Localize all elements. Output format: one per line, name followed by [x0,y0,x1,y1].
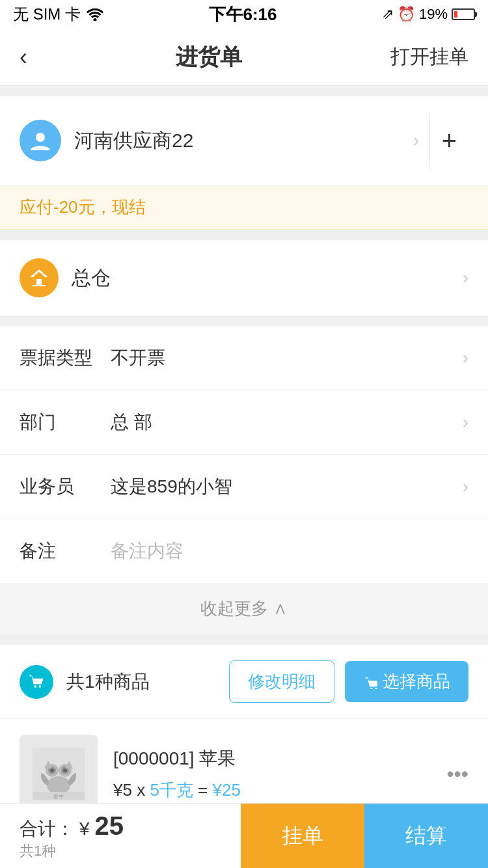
status-bar: 无 SIM 卡 下午6:16 ⇗ ⏰ 19% [0,0,488,29]
notice-bar: 应付-20元，现结 [0,185,488,230]
select-product-icon [363,675,377,689]
supplier-row[interactable]: 河南供应商22 › + [0,96,488,185]
remark-input[interactable]: 备注内容 [111,539,468,563]
svg-text:督牛: 督牛 [53,794,64,800]
products-section: 共1种商品 修改明细 选择商品 [0,645,488,828]
total-currency: ¥ [79,819,90,839]
section-gap-3 [0,316,488,326]
cart-icon [27,673,46,691]
remark-row[interactable]: 备注 备注内容 [0,519,488,583]
select-product-label: 选择商品 [383,670,450,693]
total-label: 合计： [20,817,74,841]
product-title: 苹果 [199,748,236,768]
remark-label: 备注 [20,539,111,563]
more-dots-icon: ••• [446,762,468,786]
invoice-type-value: 不开票 [111,346,463,370]
salesperson-label: 业务员 [20,474,111,499]
supplier-section: 河南供应商22 › + 应付-20元，现结 [0,96,488,230]
product-quantity: 5千克 [150,780,193,800]
edit-detail-button[interactable]: 修改明细 [229,660,334,703]
section-gap-2 [0,230,488,240]
warehouse-row[interactable]: 总仓 › [0,240,488,316]
products-count-label: 共1种商品 [66,670,229,694]
section-gap-1 [0,86,488,96]
select-product-button[interactable]: 选择商品 [345,661,468,702]
product-more-button[interactable]: ••• [429,762,468,786]
invoice-type-chevron-icon: › [463,347,468,368]
hang-order-button[interactable]: 挂单 [241,804,364,869]
svg-point-12 [47,776,70,794]
warehouse-section: 总仓 › [0,240,488,316]
product-multiply: x [137,780,150,800]
product-equals: = [198,780,212,800]
department-label: 部门 [20,410,111,435]
form-section: 票据类型 不开票 › 部门 总 部 › 业务员 这是859的小智 › 备注 备注… [0,326,488,583]
bottom-bar: 合计： ¥ 25 共1种 挂单 结算 [0,803,488,868]
product-thumbnail: 督牛 [20,735,98,813]
svg-point-0 [36,133,45,142]
supplier-name: 河南供应商22 [74,128,413,154]
product-image-placeholder: 督牛 [33,748,85,800]
wifi-icon [86,8,104,21]
status-bar-left: 无 SIM 卡 [13,4,104,25]
invoice-type-label: 票据类型 [20,346,111,370]
products-header: 共1种商品 修改明细 选择商品 [0,645,488,718]
product-info: [0000001] 苹果 ¥5 x 5千克 = ¥25 [113,746,429,802]
products-icon [20,665,53,699]
supplier-avatar [20,120,61,161]
total-amount: 25 [95,811,124,841]
department-row[interactable]: 部门 总 部 › [0,390,488,454]
total-sub: 共1种 [20,841,221,861]
invoice-type-row[interactable]: 票据类型 不开票 › [0,326,488,390]
settle-button[interactable]: 结算 [364,804,488,869]
battery-indicator [452,8,475,20]
svg-point-8 [63,768,67,772]
salesperson-chevron-icon: › [463,476,468,497]
warehouse-icon [20,258,59,297]
battery-percent: 19% [419,6,448,23]
salesperson-row[interactable]: 业务员 这是859的小智 › [0,454,488,519]
department-chevron-icon: › [463,412,468,433]
product-total: ¥25 [213,780,241,800]
back-button[interactable]: ‹ [20,44,27,71]
nav-bar: ‹ 进货单 打开挂单 [0,29,488,86]
product-name: [0000001] 苹果 [113,746,429,771]
person-icon [29,129,52,152]
chevron-right-icon: › [413,130,419,151]
product-unit-price: ¥5 [113,780,132,800]
department-value: 总 部 [111,410,463,435]
salesperson-value: 这是859的小智 [111,474,463,499]
collapse-bar[interactable]: 收起更多 ∧ [0,583,488,634]
product-code: [0000001] [113,748,195,768]
warehouse-chevron-icon: › [463,267,468,288]
product-price-row: ¥5 x 5千克 = ¥25 [113,779,429,802]
warehouse-name: 总仓 [72,265,463,292]
svg-rect-1 [36,279,42,285]
location-icon: ⇗ [382,6,394,23]
section-gap-4 [0,634,488,645]
page-title: 进货单 [176,42,242,72]
status-bar-right: ⇗ ⏰ 19% [382,6,475,23]
total-main: 合计： ¥ 25 [20,811,221,841]
carrier-text: 无 SIM 卡 [13,4,81,25]
bottom-total: 合计： ¥ 25 共1种 [0,811,241,861]
open-hang-button[interactable]: 打开挂单 [390,44,468,70]
svg-point-7 [50,768,54,772]
status-bar-time: 下午6:16 [209,3,277,26]
house-icon [29,267,49,288]
supplier-add-button[interactable]: + [429,112,468,169]
alarm-icon: ⏰ [398,6,415,23]
